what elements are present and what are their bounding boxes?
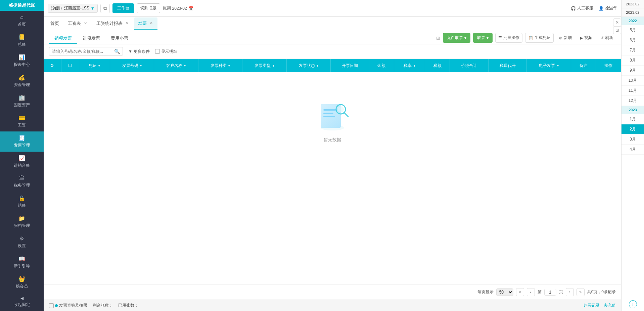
sidebar-item-fixed-assets[interactable]: 🏢 固定资产 [0, 91, 44, 111]
col-invoice-category[interactable]: 发票类型 ▾ [242, 59, 287, 72]
search-icon[interactable]: 🔍 [114, 49, 120, 54]
sidebar-item-settings-label: 设置 [18, 243, 26, 249]
next-page-button[interactable]: › [566, 288, 574, 296]
sidebar-item-ledger[interactable]: 📒 总账 [0, 31, 44, 51]
col-tax-rate[interactable]: 税率 ▾ [394, 59, 425, 72]
show-detail-checkbox[interactable] [155, 49, 160, 54]
copy-company-button[interactable]: ⧉ [100, 4, 110, 13]
sidebar-item-settings[interactable]: ⚙ 设置 [0, 232, 44, 252]
col-tax[interactable]: 税额 [425, 59, 450, 72]
search-box[interactable]: 🔍 [49, 47, 123, 56]
refresh-button[interactable]: ↺ 刷新 [598, 33, 616, 42]
date-panel-2023-01[interactable]: 1月 [622, 114, 644, 124]
show-detail-toggle[interactable]: 显示明细 [155, 49, 177, 54]
sidebar-item-invoice[interactable]: 🧾 发票管理 [0, 131, 44, 152]
col-check[interactable]: ☐ [61, 59, 79, 72]
col-action[interactable]: 操作 [596, 59, 621, 72]
col-invoice-no[interactable]: 发票号码 ▾ [110, 59, 154, 72]
new-button[interactable]: ⊕ 新增 [556, 33, 574, 42]
col-amount[interactable]: 金额 [369, 59, 394, 72]
sidebar-item-report[interactable]: 📊 报表中心 [0, 51, 44, 71]
sidebar-item-home[interactable]: ⌂ 首页 [0, 11, 44, 31]
company-dropdown-icon: ▼ [91, 6, 95, 11]
date-panel-scroll-down[interactable]: ↓ [622, 298, 644, 311]
col-customer[interactable]: 客户名称 ▾ [154, 59, 198, 72]
tab-invoice-close-icon[interactable]: ✕ [149, 21, 153, 26]
col-electronic[interactable]: 电子发票 ▾ [527, 59, 571, 72]
col-amount-tax[interactable]: 价税合计 [450, 59, 488, 72]
sub-tab-expense[interactable]: 费用小票 [105, 33, 134, 44]
video-button[interactable]: ▶ 视频 [577, 33, 595, 42]
sidebar-item-archive[interactable]: 📁 归档管理 [0, 212, 44, 232]
col-open-date[interactable]: 开票日期 [331, 59, 369, 72]
total-text: 共0页，0条记录 [587, 289, 616, 295]
grid-view-toggle[interactable]: ⊞ [436, 35, 440, 42]
sidebar-item-tax[interactable]: 🏛 税务管理 [0, 172, 44, 192]
old-version-button[interactable]: 切到旧版 [137, 3, 160, 13]
sidebar-collapse[interactable]: ◀ 收起固定 [0, 293, 44, 311]
tab-salary-close-icon[interactable]: ✕ [83, 21, 88, 26]
verify-checkbox[interactable] [49, 303, 54, 308]
date-panel-2023-02[interactable]: 2月 [622, 124, 644, 134]
search-input[interactable] [52, 49, 113, 54]
page-input[interactable] [544, 289, 556, 296]
batch-ops-button[interactable]: ☰ 批量操作 [495, 33, 522, 43]
check-all-checkbox[interactable]: ☐ [68, 63, 72, 68]
date-panel-2022-11[interactable]: 11月 [622, 86, 644, 96]
recharge-link[interactable]: 去充值 [604, 303, 616, 308]
page-label: 第 [538, 289, 542, 295]
col-invoice-type[interactable]: 发票种类 ▾ [198, 59, 242, 72]
date-panel-2022-06[interactable]: 6月 [622, 35, 644, 45]
sub-tab-sales[interactable]: 销项发票 [49, 33, 77, 44]
tab-salary-stat[interactable]: 工资统计报表 ✕ [92, 17, 133, 30]
sidebar-item-close[interactable]: 🔒 结账 [0, 192, 44, 212]
tab-salary[interactable]: 工资表 ✕ [64, 17, 92, 30]
sub-tab-purchase[interactable]: 进项发票 [77, 33, 105, 44]
sidebar-item-guide[interactable]: 📖 新手引导 [0, 252, 44, 272]
date-panel-expand-button[interactable]: ⊡ [613, 26, 621, 34]
pagination: 每页显示 50 10 20 100 « ‹ 第 页 › » 共0页，0条记录 [44, 284, 621, 300]
col-settings[interactable]: ⚙ [44, 59, 61, 72]
scroll-down-icon[interactable]: ↓ [629, 300, 637, 308]
main-content: (勿删）江西股宝-LSS ▼ ⧉ 工作台 切到旧版 账期 2023-02 📅 🎧… [44, 0, 621, 311]
sidebar-item-report-label: 报表中心 [14, 62, 30, 68]
date-panel-2022-12[interactable]: 12月 [622, 96, 644, 106]
col-tax-code[interactable]: 税局代开 [488, 59, 526, 72]
user-menu-button[interactable]: 👤 徐溢华 [599, 5, 617, 11]
sidebar-item-salary[interactable]: 💳 工资 [0, 111, 44, 131]
buy-record-link[interactable]: 购买记录 [584, 303, 600, 308]
no-ticket-button[interactable]: 无白取票 ▾ [443, 33, 470, 43]
date-panel-2022-05[interactable]: 5月 [622, 25, 644, 35]
svg-rect-4 [323, 113, 333, 114]
tab-salary-stat-close-icon[interactable]: ✕ [125, 21, 129, 26]
sidebar: 畅捷通易代账 ⌂ 首页 📒 总账 📊 报表中心 💰 资金管理 🏢 固定资产 💳 … [0, 0, 44, 311]
date-panel-2022-10[interactable]: 10月 [622, 76, 644, 86]
sidebar-item-member[interactable]: 👑 畅会员 [0, 272, 44, 293]
ticket-button[interactable]: 取票 ▾ [473, 33, 493, 43]
date-panel-close-button[interactable]: ✕ [613, 18, 621, 27]
date-panel-2022-07[interactable]: 7月 [622, 45, 644, 55]
generate-voucher-button[interactable]: 📋 生成凭证 [525, 33, 554, 43]
date-panel-2022-08[interactable]: 8月 [622, 55, 644, 66]
svg-rect-3 [323, 109, 337, 111]
date-panel-2022-09[interactable]: 9月 [622, 66, 644, 76]
sidebar-item-funds[interactable]: 💰 资金管理 [0, 71, 44, 91]
col-voucher[interactable]: 凭证 ▾ [79, 59, 110, 72]
tab-invoice[interactable]: 发票 ✕ [134, 17, 157, 30]
col-status[interactable]: 发票状态 ▾ [286, 59, 331, 72]
per-page-select[interactable]: 50 10 20 100 [496, 288, 513, 296]
last-page-button[interactable]: » [577, 288, 585, 296]
verify-check[interactable]: 发票查验及拍照 [49, 303, 87, 308]
date-panel-2023-03[interactable]: 3月 [622, 134, 644, 145]
more-filter-button[interactable]: ▼ 更多条件 [126, 47, 152, 56]
customer-service-button[interactable]: 🎧 人工客服 [571, 5, 593, 11]
tab-home[interactable]: 首页 [46, 17, 63, 30]
col-remark[interactable]: 备注 [571, 59, 596, 72]
first-page-button[interactable]: « [516, 288, 524, 296]
company-selector[interactable]: (勿删）江西股宝-LSS ▼ [48, 4, 98, 13]
sidebar-item-sales[interactable]: 📈 进销台账 [0, 152, 44, 172]
date-panel-2023-04[interactable]: 4月 [622, 145, 644, 155]
workbench-button[interactable]: 工作台 [112, 3, 134, 13]
prev-page-button[interactable]: ‹ [527, 288, 535, 296]
sidebar-item-tax-label: 税务管理 [14, 183, 30, 188]
